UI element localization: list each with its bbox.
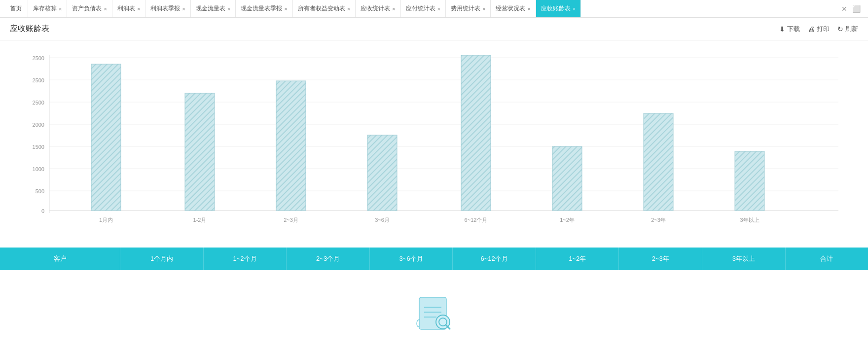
tab-label-business-status: 经营状况表: [496, 4, 525, 13]
svg-text:2500: 2500: [33, 55, 44, 61]
tab-ar-aging[interactable]: 应收账龄表×: [536, 0, 581, 18]
download-icon: ⬇: [779, 25, 785, 33]
th-5: 6~12个月: [453, 248, 536, 270]
tab-close-ar-aging[interactable]: ×: [573, 6, 576, 12]
window-controls: ✕ ⬜: [836, 5, 864, 13]
bar-7: [644, 113, 673, 211]
bar-1: [91, 64, 121, 211]
tab-equity[interactable]: 所有者权益变动表×: [293, 0, 356, 18]
tab-profit-quarterly[interactable]: 利润表季报×: [145, 0, 190, 18]
y-axis: 2500 2500 2500 2000 1500 1000 500 0: [33, 55, 44, 214]
x-label-7: 2~3年: [651, 217, 666, 223]
bar-8: [735, 151, 764, 211]
th-4: 3~6个月: [370, 248, 453, 270]
svg-text:2500: 2500: [33, 100, 44, 106]
tab-ap-stats[interactable]: 应付统计表×: [401, 0, 446, 18]
tab-label-expense-stats: 费用统计表: [451, 4, 480, 13]
chart-area: 2500 2500 2500 2000 1500 1000 500 0: [0, 40, 868, 248]
svg-text:1500: 1500: [33, 144, 44, 150]
tab-close-ap-stats[interactable]: ×: [437, 6, 440, 12]
tab-close-balance[interactable]: ×: [104, 6, 107, 12]
page-header: 应收账龄表 ⬇ 下载 🖨 打印 ↻ 刷新: [0, 18, 868, 40]
tab-cashflow-quarterly[interactable]: 现金流量表季报×: [236, 0, 292, 18]
tab-label-ar-aging: 应收账龄表: [541, 4, 571, 13]
header-actions: ⬇ 下载 🖨 打印 ↻ 刷新: [779, 25, 858, 34]
x-label-6: 1~2年: [560, 217, 575, 223]
maximize-window-btn[interactable]: ⬜: [852, 5, 860, 13]
tab-profit[interactable]: 利润表×: [112, 0, 145, 18]
x-label-3: 2~3月: [284, 217, 298, 223]
page-title: 应收账龄表: [10, 24, 49, 34]
print-icon: 🖨: [808, 25, 815, 33]
tab-ar-stats[interactable]: 应收统计表×: [356, 0, 400, 18]
tab-close-profit[interactable]: ×: [137, 6, 140, 12]
tab-label-equity: 所有者权益变动表: [298, 4, 345, 13]
tab-label-cashflow-quarterly: 现金流量表季报: [241, 4, 282, 13]
tab-home-label: 首页: [10, 4, 22, 13]
tab-close-ar-stats[interactable]: ×: [392, 6, 395, 12]
bar-3: [276, 81, 306, 211]
th-0: 客户: [0, 248, 120, 270]
grid-lines: [49, 58, 838, 211]
tab-label-profit: 利润表: [117, 4, 135, 13]
x-label-8: 3年以上: [740, 217, 759, 223]
chart-svg: 2500 2500 2500 2000 1500 1000 500 0: [20, 50, 848, 233]
tab-label-profit-quarterly: 利润表季报: [150, 4, 180, 13]
table-header: 客户1个月内1~2个月2~3个月3~6个月6~12个月1~2年2~3年3年以上合…: [0, 248, 868, 270]
svg-text:1000: 1000: [33, 166, 44, 172]
svg-text:2500: 2500: [33, 77, 44, 83]
th-6: 1~2年: [536, 248, 619, 270]
th-1: 1个月内: [120, 248, 204, 270]
tab-balance[interactable]: 资产负债表×: [67, 0, 112, 18]
tab-close-expense-stats[interactable]: ×: [482, 6, 485, 12]
th-7: 2~3年: [619, 248, 702, 270]
print-button[interactable]: 🖨 打印: [808, 25, 830, 34]
refresh-button[interactable]: ↻ 刷新: [837, 25, 858, 34]
download-label: 下载: [787, 25, 800, 34]
tab-cashflow[interactable]: 现金流量表×: [191, 0, 236, 18]
tab-close-business-status[interactable]: ×: [527, 6, 530, 12]
tab-close-profit-quarterly[interactable]: ×: [182, 6, 185, 12]
x-label-4: 3~6月: [375, 217, 390, 223]
bar-5: [461, 55, 491, 211]
print-label: 打印: [817, 25, 830, 34]
tab-label-ap-stats: 应付统计表: [406, 4, 435, 13]
tab-close-cashflow-quarterly[interactable]: ×: [284, 6, 287, 12]
refresh-label: 刷新: [845, 25, 858, 34]
empty-illustration: [409, 290, 459, 339]
th-2: 1~2个月: [204, 248, 287, 270]
tab-inventory[interactable]: 库存核算×: [28, 0, 67, 18]
bar-4: [367, 135, 397, 211]
download-button[interactable]: ⬇ 下载: [779, 25, 800, 34]
tab-home[interactable]: 首页: [4, 0, 28, 18]
svg-text:500: 500: [36, 188, 44, 194]
empty-state: [0, 270, 868, 355]
svg-text:2000: 2000: [33, 122, 44, 128]
tab-label-ar-stats: 应收统计表: [361, 4, 390, 13]
tab-label-balance: 资产负债表: [72, 4, 102, 13]
x-label-5: 6~12个月: [465, 217, 488, 223]
close-window-btn[interactable]: ✕: [840, 5, 848, 13]
refresh-icon: ↻: [837, 25, 843, 33]
x-label-1: 1月内: [99, 217, 113, 223]
tab-close-inventory[interactable]: ×: [59, 6, 62, 12]
x-label-2: 1-2月: [193, 217, 207, 223]
th-3: 2~3个月: [287, 248, 370, 270]
tab-bar: 首页 库存核算×资产负债表×利润表×利润表季报×现金流量表×现金流量表季报×所有…: [0, 0, 868, 18]
svg-text:0: 0: [41, 208, 44, 214]
tab-label-inventory: 库存核算: [33, 4, 57, 13]
main-content: 2500 2500 2500 2000 1500 1000 500 0: [0, 40, 868, 355]
th-8: 3年以上: [702, 248, 786, 270]
bar-2: [185, 93, 215, 211]
bar-6: [552, 146, 582, 211]
th-9: 合计: [786, 248, 868, 270]
tab-close-cashflow[interactable]: ×: [227, 6, 230, 12]
tab-label-cashflow: 现金流量表: [196, 4, 225, 13]
tab-expense-stats[interactable]: 费用统计表×: [446, 0, 491, 18]
tab-close-equity[interactable]: ×: [347, 6, 350, 12]
tab-business-status[interactable]: 经营状况表×: [491, 0, 536, 18]
